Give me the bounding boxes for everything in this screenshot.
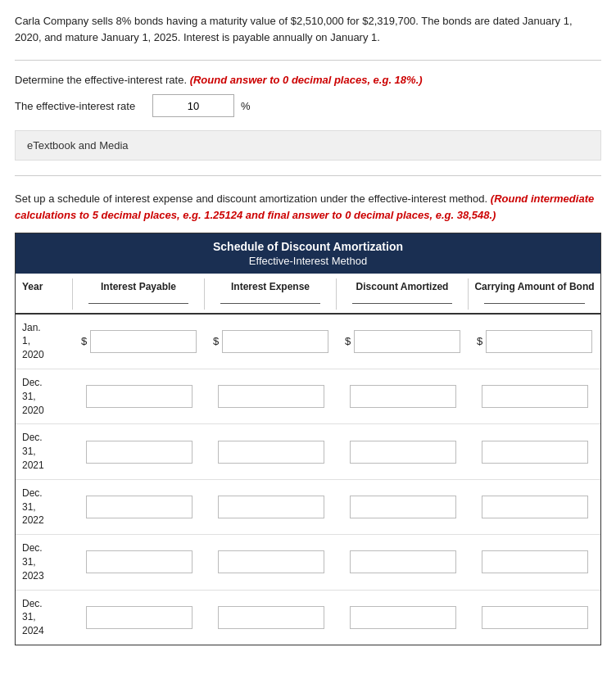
carrying-amount-input-2022[interactable]: [482, 496, 588, 518]
interest-payable-cell-2022: [73, 492, 205, 522]
determine-label: Determine the effective-interest rate. (…: [15, 74, 601, 86]
table-title-main: Schedule of Discount Amortization: [19, 240, 597, 253]
table-header: Schedule of Discount Amortization Effect…: [16, 233, 600, 274]
carrying-amount-cell-2024: [469, 603, 600, 632]
interest-payable-input-dec2020[interactable]: [86, 385, 192, 408]
interest-expense-input-2021[interactable]: [218, 441, 324, 464]
carrying-amount-cell-jan2020: $: [469, 325, 600, 358]
interest-payable-cell-jan2020: $: [73, 325, 205, 358]
table-title-sub: Effective-Interest Method: [19, 255, 597, 267]
col-discount-amortized: Discount Amortized: [337, 278, 469, 310]
interest-payable-cell-2024: [73, 603, 205, 632]
year-cell-2023: Dec.31,2023: [16, 538, 73, 586]
interest-payable-input-2021[interactable]: [86, 441, 192, 464]
carrying-amount-input-2023[interactable]: [482, 550, 588, 573]
interest-expense-input-2024[interactable]: [218, 606, 324, 629]
year-cell-2020-jan: Jan.1,2020: [16, 318, 73, 365]
divider-1: [15, 60, 601, 61]
year-cell-2021: Dec.31,2021: [16, 428, 73, 475]
interest-payable-input-2023[interactable]: [86, 550, 192, 573]
setup-text-section: Set up a schedule of interest expense an…: [15, 191, 601, 223]
year-cell-2020-dec: Dec.31,2020: [16, 373, 73, 420]
interest-expense-cell-2021: [205, 437, 337, 467]
year-cell-2022: Dec.31,2022: [16, 483, 73, 531]
carrying-amount-cell-2022: [469, 492, 600, 522]
discount-amortized-input-jan2020[interactable]: [354, 330, 460, 353]
interest-expense-input-jan2020[interactable]: [222, 330, 328, 353]
interest-expense-cell-dec2020: [205, 382, 337, 411]
rate-input[interactable]: [152, 94, 234, 117]
carrying-amount-cell-dec2020: [469, 382, 600, 411]
rate-label: The effective-interest rate: [15, 100, 146, 112]
discount-amortized-cell-2021: [337, 437, 469, 467]
determine-instruction: (Round answer to 0 decimal places, e.g. …: [190, 74, 423, 86]
carrying-amount-input-2021[interactable]: [482, 441, 588, 464]
table-col-headers: Year Interest Payable Interest Expense D…: [16, 274, 600, 315]
schedule-table: Schedule of Discount Amortization Effect…: [15, 233, 601, 645]
col-interest-payable: Interest Payable: [73, 278, 205, 310]
interest-expense-cell-2023: [205, 547, 337, 577]
discount-amortized-cell-2023: [337, 547, 469, 577]
interest-payable-cell-dec2020: [73, 382, 205, 411]
table-row: Dec.31,2024: [16, 591, 600, 645]
col-interest-expense: Interest Expense: [205, 278, 337, 310]
table-row: Dec.31,2021: [16, 424, 600, 479]
table-row: Dec.31,2020: [16, 369, 600, 424]
discount-amortized-input-2024[interactable]: [350, 606, 456, 629]
discount-amortized-cell-2024: [337, 603, 469, 632]
year-cell-2024: Dec.31,2024: [16, 594, 73, 641]
interest-rate-row: The effective-interest rate %: [15, 94, 601, 117]
carrying-amount-input-dec2020[interactable]: [482, 385, 588, 408]
etextbook-bar[interactable]: eTextbook and Media: [15, 130, 601, 161]
discount-amortized-input-2022[interactable]: [350, 496, 456, 518]
interest-expense-input-2022[interactable]: [218, 496, 324, 518]
table-row: Jan.1,2020 $ $ $ $: [16, 315, 600, 369]
interest-payable-input-2022[interactable]: [86, 496, 192, 518]
interest-expense-cell-jan2020: $: [205, 325, 337, 358]
determine-section: Determine the effective-interest rate. (…: [15, 74, 601, 117]
setup-text: Set up a schedule of interest expense an…: [15, 192, 487, 205]
discount-amortized-input-dec2020[interactable]: [350, 385, 456, 408]
interest-expense-cell-2022: [205, 492, 337, 522]
interest-payable-cell-2021: [73, 437, 205, 467]
table-row: Dec.31,2022: [16, 480, 600, 535]
interest-payable-cell-2023: [73, 547, 205, 577]
carrying-amount-cell-2021: [469, 437, 600, 467]
interest-payable-input-jan2020[interactable]: [90, 330, 197, 353]
discount-amortized-input-2023[interactable]: [350, 550, 456, 573]
interest-payable-input-2024[interactable]: [86, 606, 192, 629]
interest-expense-input-dec2020[interactable]: [218, 385, 324, 408]
interest-expense-input-2023[interactable]: [218, 550, 324, 573]
etextbook-label: eTextbook and Media: [27, 139, 129, 152]
col-year: Year: [16, 278, 73, 310]
divider-2: [15, 175, 601, 176]
discount-amortized-cell-2022: [337, 492, 469, 522]
discount-amortized-input-2021[interactable]: [350, 441, 456, 464]
carrying-amount-cell-2023: [469, 547, 600, 577]
carrying-amount-input-2024[interactable]: [482, 606, 588, 629]
table-row: Dec.31,2023: [16, 535, 600, 590]
carrying-amount-input-jan2020[interactable]: [486, 330, 592, 353]
intro-text: Carla Company sells 8% bonds having a ma…: [15, 13, 601, 45]
discount-amortized-cell-dec2020: [337, 382, 469, 411]
pct-label: %: [241, 100, 251, 112]
col-carrying-amount: Carrying Amount of Bond: [469, 278, 600, 310]
interest-expense-cell-2024: [205, 603, 337, 632]
determine-text: Determine the effective-interest rate.: [15, 74, 187, 86]
discount-amortized-cell-jan2020: $: [337, 325, 469, 358]
